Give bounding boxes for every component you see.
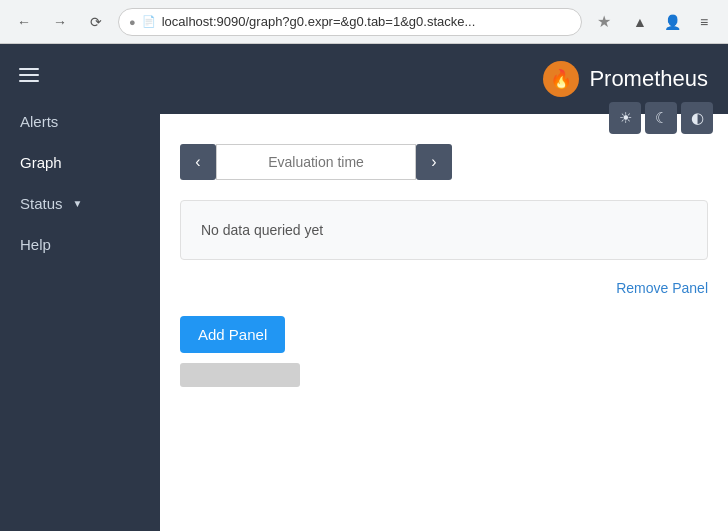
eval-time-input[interactable] — [216, 144, 416, 180]
app: Alerts Graph Status ▼ Help 🔥 Prometheus — [0, 44, 728, 531]
address-bar[interactable]: ● 📄 localhost:9090/graph?g0.expr=&g0.tab… — [118, 8, 582, 36]
graph-label: Graph — [20, 154, 62, 171]
forward-button[interactable]: → — [46, 8, 74, 36]
remove-panel-row: Remove Panel — [180, 280, 708, 296]
sidebar-item-alerts[interactable]: Alerts — [0, 101, 160, 142]
sidebar: Alerts Graph Status ▼ Help — [0, 44, 160, 531]
add-panel-button[interactable]: Add Panel — [180, 316, 285, 353]
nav-menu: Alerts Graph Status ▼ Help — [0, 101, 160, 265]
prometheus-brand: 🔥 Prometheus — [543, 61, 708, 97]
page-icon: 📄 — [142, 15, 156, 28]
status-label: Status — [20, 195, 63, 212]
back-button[interactable]: ← — [10, 8, 38, 36]
light-theme-button[interactable]: ☀ — [609, 102, 641, 134]
status-dropdown-arrow: ▼ — [73, 198, 83, 209]
reload-button[interactable]: ⟳ — [82, 8, 110, 36]
panel-content: ‹ › No data queried yet Remove Panel Add… — [160, 114, 728, 407]
remove-panel-button[interactable]: Remove Panel — [616, 280, 708, 296]
eval-time-prev-button[interactable]: ‹ — [180, 144, 216, 180]
shield-button[interactable]: ▲ — [626, 8, 654, 36]
theme-toggles: ☀ ☾ ◐ — [609, 102, 713, 134]
dark-theme-button[interactable]: ☾ — [645, 102, 677, 134]
sidebar-header — [0, 54, 160, 101]
browser-chrome: ← → ⟳ ● 📄 localhost:9090/graph?g0.expr=&… — [0, 0, 728, 44]
eval-time-next-button[interactable]: › — [416, 144, 452, 180]
logo-symbol: 🔥 — [550, 68, 572, 90]
eval-time-row: ‹ › — [180, 144, 708, 180]
profile-button[interactable]: 👤 — [658, 8, 686, 36]
no-data-box: No data queried yet — [180, 200, 708, 260]
hamburger-line-2 — [19, 74, 39, 76]
bookmark-button[interactable]: ★ — [590, 8, 618, 36]
no-data-message: No data queried yet — [201, 222, 323, 238]
menu-button[interactable]: ≡ — [690, 8, 718, 36]
app-title: Prometheus — [589, 66, 708, 92]
auto-theme-button[interactable]: ◐ — [681, 102, 713, 134]
prometheus-logo: 🔥 — [543, 61, 579, 97]
gray-bar — [180, 363, 300, 387]
top-navbar: 🔥 Prometheus ☀ ☾ ◐ — [160, 44, 728, 114]
browser-actions: ▲ 👤 ≡ — [626, 8, 718, 36]
url-text: localhost:9090/graph?g0.expr=&g0.tab=1&g… — [162, 14, 571, 29]
hamburger-button[interactable] — [15, 64, 43, 86]
help-label: Help — [20, 236, 51, 253]
hamburger-line-1 — [19, 68, 39, 70]
sidebar-item-status[interactable]: Status ▼ — [0, 183, 160, 224]
alerts-label: Alerts — [20, 113, 58, 130]
lock-icon: ● — [129, 16, 136, 28]
main-content: 🔥 Prometheus ☀ ☾ ◐ ‹ › No data queried y… — [160, 44, 728, 531]
sidebar-item-graph[interactable]: Graph — [0, 142, 160, 183]
sidebar-item-help[interactable]: Help — [0, 224, 160, 265]
hamburger-line-3 — [19, 80, 39, 82]
